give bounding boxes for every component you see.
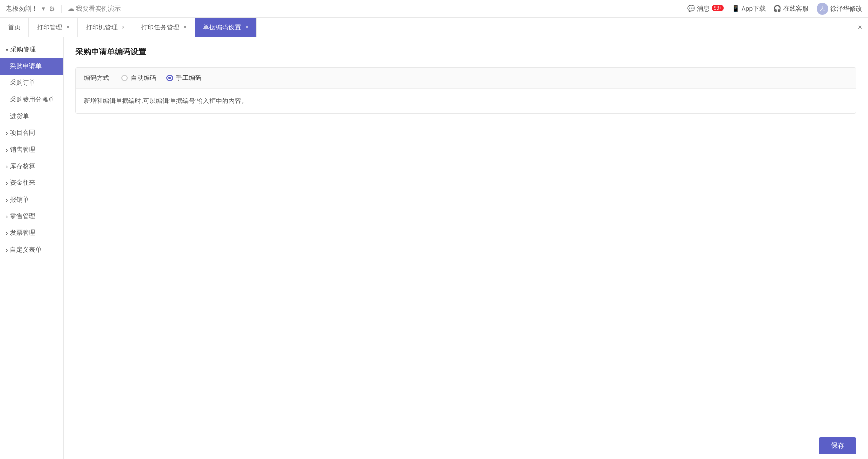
- arrow-right-icon-returns: ›: [6, 196, 8, 204]
- app-logo: 老板勿割！: [6, 4, 38, 13]
- tab-print-task-mgmt-close[interactable]: ×: [183, 24, 187, 31]
- message-badge: 99+: [712, 5, 724, 11]
- app-download-button[interactable]: 📱 App下载: [732, 4, 766, 13]
- manual-encode-label: 手工编码: [176, 74, 201, 82]
- sidebar-item-goods-receipt-label: 进货单: [10, 112, 29, 121]
- close-all-tabs-button[interactable]: ×: [852, 23, 868, 32]
- tab-print-mgmt-label: 打印管理: [37, 23, 62, 32]
- arrow-right-icon-capital: ›: [6, 179, 8, 187]
- sidebar-group-custom-forms-label: 自定义表单: [10, 245, 42, 254]
- tab-barcode-setting-close[interactable]: ×: [245, 24, 248, 31]
- tab-barcode-setting[interactable]: 单据编码设置 ×: [195, 18, 257, 37]
- top-bar-left: 老板勿割！ ▾ ⚙ ☁ 我要看实例演示: [6, 4, 121, 13]
- encoding-radio-group: 自动编码 手工编码: [121, 74, 201, 82]
- app-icon: 📱: [732, 5, 740, 12]
- sidebar-group-sales-mgmt-label: 销售管理: [10, 145, 35, 154]
- sidebar-group-returns-label: 报销单: [10, 195, 29, 204]
- sidebar-group-capital[interactable]: › 资金往来: [0, 175, 63, 191]
- avatar: 人: [817, 3, 828, 15]
- sidebar-item-purchase-order[interactable]: 采购订单: [0, 75, 63, 91]
- message-icon: 💬: [687, 5, 695, 12]
- sidebar-group-retail-mgmt-label: 零售管理: [10, 212, 35, 221]
- divider: [61, 5, 62, 13]
- search-area[interactable]: ☁ 我要看实例演示: [68, 4, 121, 13]
- sidebar: ▾ 采购管理 采购申请单 采购订单 采购费用分摊单 进货单 › 项目合同 › 销…: [0, 37, 64, 459]
- tab-bar: 首页 打印管理 × 打印机管理 × 打印任务管理 × 单据编码设置 × ×: [0, 18, 868, 37]
- online-service-label: 在线客服: [783, 4, 809, 13]
- arrow-right-icon-sales: ›: [6, 146, 8, 153]
- content-area: 采购申请单编码设置 编码方式 自动编码 手工编码: [64, 37, 868, 459]
- arrow-down-icon: ▾: [6, 47, 8, 52]
- sidebar-item-purchase-expense-label: 采购费用分摊单: [10, 95, 54, 104]
- sidebar-group-returns[interactable]: › 报销单: [0, 191, 63, 208]
- arrow-right-icon-retail: ›: [6, 213, 8, 220]
- online-service-button[interactable]: 🎧 在线客服: [773, 4, 809, 13]
- top-bar: 老板勿割！ ▾ ⚙ ☁ 我要看实例演示 💬 消息 99+ 📱 App下载 🎧 在…: [0, 0, 868, 18]
- sidebar-item-purchase-order-label: 采购订单: [10, 78, 35, 87]
- sidebar-group-purchase-mgmt[interactable]: ▾ 采购管理: [0, 41, 63, 58]
- sidebar-group-project-contract-label: 项目合同: [10, 128, 35, 137]
- manual-encode-option[interactable]: 手工编码: [166, 74, 201, 82]
- arrow-right-icon-inventory: ›: [6, 163, 8, 170]
- user-profile[interactable]: 人 徐泽华修改: [817, 3, 862, 15]
- encoding-setting-section: 编码方式 自动编码 手工编码: [75, 67, 856, 114]
- sidebar-item-goods-receipt[interactable]: 进货单: [0, 108, 63, 125]
- sidebar-group-purchase-mgmt-label: 采购管理: [10, 45, 36, 54]
- info-text: 新增和编辑单据编时,可以编辑'单据编号'输入框中的内容。: [76, 89, 856, 113]
- tab-home[interactable]: 首页: [0, 18, 29, 37]
- sidebar-group-project-contract[interactable]: › 项目合同: [0, 125, 63, 141]
- info-text-content: 新增和编辑单据编时,可以编辑'单据编号'输入框中的内容。: [84, 97, 248, 104]
- radio-dot: [168, 76, 171, 79]
- sidebar-group-sales-mgmt[interactable]: › 销售管理: [0, 141, 63, 158]
- settings-icon[interactable]: ⚙: [49, 5, 55, 13]
- arrow-right-icon-invoice: ›: [6, 230, 8, 237]
- tab-print-mgmt-close[interactable]: ×: [66, 24, 70, 31]
- search-text: 我要看实例演示: [76, 4, 121, 13]
- content-body: 采购申请单编码设置 编码方式 自动编码 手工编码: [64, 37, 868, 432]
- user-name: 徐泽华修改: [830, 4, 862, 13]
- sidebar-group-retail-mgmt[interactable]: › 零售管理: [0, 208, 63, 225]
- sidebar-group-invoice-mgmt[interactable]: › 发票管理: [0, 225, 63, 241]
- tab-barcode-setting-label: 单据编码设置: [203, 23, 241, 32]
- sidebar-group-invoice-mgmt-label: 发票管理: [10, 229, 35, 237]
- cloud-icon: ☁: [68, 5, 74, 12]
- tab-print-task-mgmt[interactable]: 打印任务管理 ×: [133, 18, 195, 37]
- dropdown-icon[interactable]: ▾: [42, 5, 45, 12]
- main-layout: ▾ 采购管理 采购申请单 采购订单 采购费用分摊单 进货单 › 项目合同 › 销…: [0, 37, 868, 459]
- tab-print-mgmt[interactable]: 打印管理 ×: [29, 18, 78, 37]
- sidebar-group-custom-forms[interactable]: › 自定义表单: [0, 241, 63, 258]
- message-button[interactable]: 💬 消息 99+: [687, 4, 724, 13]
- sidebar-group-inventory[interactable]: › 库存核算: [0, 158, 63, 175]
- auto-encode-option[interactable]: 自动编码: [121, 74, 156, 82]
- encoding-mode-row: 编码方式 自动编码 手工编码: [76, 68, 856, 89]
- sidebar-item-purchase-requisition[interactable]: 采购申请单: [0, 58, 63, 75]
- tab-home-label: 首页: [8, 23, 21, 32]
- arrow-right-icon-custom: ›: [6, 246, 8, 254]
- tab-printer-mgmt-close[interactable]: ×: [122, 24, 125, 31]
- encoding-label: 编码方式: [84, 74, 113, 82]
- headset-icon: 🎧: [773, 5, 781, 12]
- manual-encode-radio[interactable]: [166, 75, 173, 81]
- sidebar-item-purchase-expense[interactable]: 采购费用分摊单: [0, 91, 63, 108]
- top-bar-right: 💬 消息 99+ 📱 App下载 🎧 在线客服 人 徐泽华修改: [687, 3, 862, 15]
- auto-encode-label: 自动编码: [131, 74, 156, 82]
- arrow-right-icon-project: ›: [6, 129, 8, 137]
- message-label: 消息: [697, 4, 710, 13]
- tab-printer-mgmt-label: 打印机管理: [86, 23, 118, 32]
- tab-printer-mgmt[interactable]: 打印机管理 ×: [78, 18, 133, 37]
- sidebar-item-purchase-requisition-label: 采购申请单: [10, 62, 42, 71]
- save-button[interactable]: 保存: [819, 437, 856, 454]
- tab-print-task-mgmt-label: 打印任务管理: [141, 23, 179, 32]
- auto-encode-radio[interactable]: [121, 75, 128, 81]
- app-download-label: App下载: [742, 4, 766, 13]
- sidebar-group-inventory-label: 库存核算: [10, 162, 35, 171]
- sidebar-group-capital-label: 资金往来: [10, 178, 35, 187]
- page-title: 采购申请单编码设置: [75, 47, 856, 57]
- content-footer: 保存: [64, 432, 868, 459]
